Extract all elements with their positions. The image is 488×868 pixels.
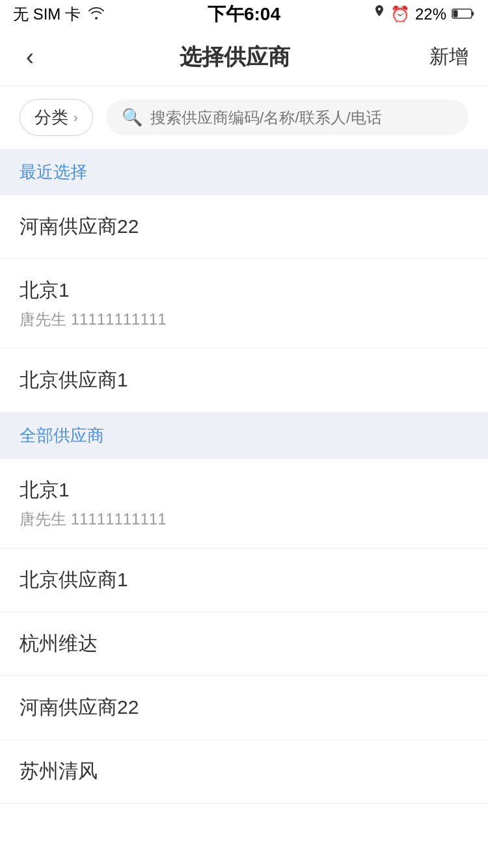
status-left: 无 SIM 卡: [13, 4, 105, 25]
list-item[interactable]: 北京供应商1: [0, 349, 488, 413]
all-list: 北京1唐先生 11111111111北京供应商1杭州维达河南供应商22苏州清风: [0, 459, 488, 804]
search-box[interactable]: 🔍: [106, 100, 468, 135]
filter-bar: 分类 › 🔍: [0, 86, 488, 149]
nav-bar: ‹ 选择供应商 新增: [0, 29, 488, 86]
search-input[interactable]: [150, 109, 453, 127]
item-name: 北京供应商1: [20, 567, 468, 593]
list-item[interactable]: 北京1唐先生 11111111111: [0, 259, 488, 349]
item-name: 河南供应商22: [20, 694, 468, 721]
add-button[interactable]: 新增: [429, 44, 468, 70]
svg-rect-2: [454, 10, 458, 18]
item-name: 北京1: [20, 477, 468, 504]
status-bar: 无 SIM 卡 下午6:04 ⏰ 22%: [0, 0, 488, 29]
list-item[interactable]: 河南供应商22: [0, 676, 488, 740]
carrier-text: 无 SIM 卡: [13, 4, 81, 25]
status-right: ⏰ 22%: [373, 5, 475, 23]
item-name: 河南供应商22: [20, 213, 468, 240]
item-name: 杭州维达: [20, 631, 468, 657]
list-item[interactable]: 北京供应商1: [0, 549, 488, 612]
chevron-right-icon: ›: [74, 110, 78, 125]
back-button[interactable]: ‹: [20, 37, 40, 77]
recent-section-label: 最近选择: [20, 162, 87, 182]
battery-text: 22%: [415, 5, 446, 23]
category-label: 分类: [34, 106, 68, 129]
list-item[interactable]: 北京1唐先生 11111111111: [0, 459, 488, 549]
page-title: 选择供应商: [180, 42, 290, 72]
recent-section-header: 最近选择: [0, 149, 488, 195]
svg-rect-1: [472, 12, 474, 16]
status-time: 下午6:04: [208, 2, 280, 27]
all-section-header: 全部供应商: [0, 413, 488, 459]
item-name: 苏州清风: [20, 758, 468, 785]
recent-list: 河南供应商22北京1唐先生 11111111111北京供应商1: [0, 195, 488, 413]
item-name: 北京供应商1: [20, 367, 468, 394]
category-button[interactable]: 分类 ›: [20, 99, 93, 136]
search-icon: 🔍: [122, 107, 142, 128]
all-section-label: 全部供应商: [20, 426, 104, 445]
location-icon: [373, 5, 385, 23]
item-sub: 唐先生 11111111111: [20, 509, 468, 530]
battery-icon: [452, 5, 475, 23]
alarm-icon: ⏰: [390, 5, 410, 23]
item-name: 北京1: [20, 277, 468, 304]
list-item[interactable]: 杭州维达: [0, 612, 488, 676]
wifi-icon: [87, 5, 105, 23]
list-item[interactable]: 河南供应商22: [0, 195, 488, 259]
item-sub: 唐先生 11111111111: [20, 309, 468, 330]
list-item[interactable]: 苏州清风: [0, 740, 488, 804]
